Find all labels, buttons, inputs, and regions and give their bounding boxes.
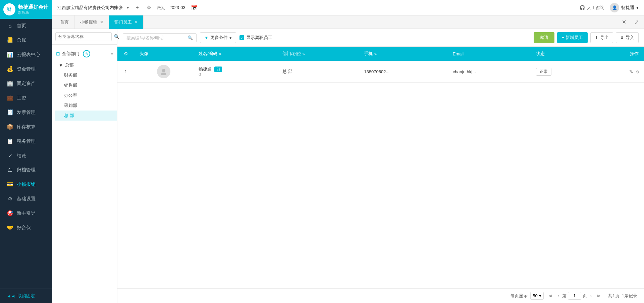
export-button[interactable]: ⬆ 导出: [590, 32, 613, 43]
user-dropdown-icon: ▾: [636, 5, 639, 10]
sidebar-item-label: 基础设置: [17, 196, 36, 202]
dept-search-area: 🔍: [52, 29, 117, 45]
checkbox-icon: ✓: [239, 35, 244, 40]
dept-group-root: ▼ 总部 财务部 销售部 办公室 采购部: [52, 60, 117, 121]
table-row: 1: [117, 61, 644, 83]
invoice-icon: 🧾: [7, 109, 13, 116]
period-value: 2023-03: [169, 5, 185, 10]
dept-child-finance[interactable]: 财务部: [55, 70, 117, 80]
close-window-button[interactable]: ✕: [619, 17, 629, 27]
col-name[interactable]: 姓名/编码 ⇅: [193, 47, 277, 61]
sort-name-icon: ⇅: [219, 52, 221, 56]
prev-page-button[interactable]: ‹: [555, 292, 561, 299]
sidebar-item-label: 新手引导: [17, 210, 36, 216]
sidebar-item-tax[interactable]: 📋 税务管理: [0, 134, 52, 148]
import-button[interactable]: ⬇ 导入: [616, 32, 639, 43]
sidebar-item-xiaochang[interactable]: 💳 小畅报销: [0, 177, 52, 191]
show-resigned-checkbox[interactable]: ✓ 显示离职员工: [239, 35, 272, 41]
dept-edit-button[interactable]: ✎: [83, 50, 90, 57]
pagination-bar: 每页显示 50 ▾ ⊲ ‹ 第 页 › ⊳ 共1页, 1条记录: [117, 288, 644, 303]
unpin-button[interactable]: ◄◄ 取消固定: [0, 289, 52, 303]
sidebar-item-home[interactable]: ⌂ 首页: [0, 19, 52, 33]
sidebar-item-salary[interactable]: 💼 工资: [0, 91, 52, 105]
per-page-select[interactable]: 50 ▾: [530, 292, 543, 300]
headset-icon: 🎧: [580, 5, 585, 10]
calendar-icon[interactable]: 📅: [190, 3, 199, 12]
logout-employee-button[interactable]: ⎋: [636, 69, 639, 74]
sidebar-item-ledger[interactable]: 📒 总账: [0, 33, 52, 47]
settings-button[interactable]: ⚙: [145, 3, 153, 12]
sidebar-item-label: 好合伙: [17, 225, 31, 231]
sidebar-item-label: 小畅报销: [17, 181, 36, 187]
sidebar-item-fixed-assets[interactable]: 🏢 固定资产: [0, 76, 52, 91]
dept-child-purchase[interactable]: 采购部: [55, 100, 117, 111]
sidebar-item-label: 固定资产: [17, 81, 36, 87]
page-label: 第: [562, 293, 567, 299]
all-dept-item[interactable]: ⊞ 全部部门 ✎ «: [52, 47, 117, 60]
sidebar-item-funds[interactable]: 💰 资金管理: [0, 62, 52, 76]
col-dept[interactable]: 部门/职位 ⇅: [277, 47, 359, 61]
next-page-button[interactable]: ›: [588, 292, 594, 299]
row-status: 正常: [531, 61, 595, 83]
col-status: 状态: [531, 47, 595, 61]
collapse-icon[interactable]: «: [111, 51, 113, 56]
sidebar-item-label: 资金管理: [17, 66, 36, 72]
tab-xiaochang[interactable]: 小畅报销 ✕: [74, 15, 109, 29]
col-phone[interactable]: 手机 ⇅: [359, 47, 447, 61]
fixed-assets-icon: 🏢: [7, 80, 13, 87]
toolbar-right: 邀请 + 新增员工 ⬆ 导出 ⬇ 导入: [534, 32, 639, 43]
tab-home[interactable]: 首页: [55, 15, 74, 29]
dept-search-input[interactable]: [55, 32, 112, 41]
tab-dept-employee[interactable]: 部门员工 ✕: [109, 15, 144, 29]
add-employee-button[interactable]: + 新增员工: [557, 32, 588, 43]
page-nav: ⊲ ‹ 第 页 › ⊳: [546, 292, 603, 300]
period-label: 账期: [157, 5, 165, 11]
close-tab-xiaochang-button[interactable]: ✕: [100, 20, 103, 25]
search-icon[interactable]: 🔍: [187, 35, 193, 40]
sidebar-item-guide[interactable]: 🎯 新手引导: [0, 206, 52, 220]
top-bar: 江西服宝精品有限责任公司内账张 ▾ ＋ ⚙ 账期 2023-03 📅 🎧 人工咨…: [52, 0, 644, 15]
maximize-button[interactable]: ⤢: [632, 17, 641, 27]
sidebar-item-invoice[interactable]: 🧾 发票管理: [0, 105, 52, 120]
page-content: 🔍 ⊞ 全部部门 ✎ « ▼ 总部 财务部: [52, 29, 644, 303]
company-dropdown-button[interactable]: ▾: [127, 5, 129, 10]
dept-child-office[interactable]: 办公室: [55, 90, 117, 100]
edit-employee-button[interactable]: ✎: [629, 69, 633, 74]
sidebar-nav: ⌂ 首页 📒 总账 📊 云报表中心 💰 资金管理 🏢 固定资产 💼 工资 🧾 发…: [0, 19, 52, 289]
sidebar-item-archive[interactable]: 🗂 归档管理: [0, 163, 52, 177]
dept-parent-root[interactable]: ▼ 总部: [55, 60, 117, 70]
salary-icon: 💼: [7, 95, 13, 101]
service-button[interactable]: 🎧 人工咨询: [580, 5, 604, 11]
row-email: chanjethkj...: [447, 61, 531, 83]
close-tab-dept-button[interactable]: ✕: [135, 20, 138, 25]
sidebar-item-label: 总账: [17, 37, 26, 43]
invite-button[interactable]: 邀请: [534, 32, 554, 43]
dept-child-sales[interactable]: 销售部: [55, 80, 117, 90]
sidebar-item-settings[interactable]: ⚙ 基础设置: [0, 191, 52, 206]
add-tab-button[interactable]: ＋: [133, 3, 141, 12]
main-area: 江西服宝精品有限责任公司内账张 ▾ ＋ ⚙ 账期 2023-03 📅 🎧 人工咨…: [52, 0, 644, 303]
first-page-button[interactable]: ⊲: [546, 292, 554, 299]
more-filter-button[interactable]: ▼ 更多条件 ▾: [200, 32, 236, 43]
sidebar-item-checkout[interactable]: ✓ 结账: [0, 148, 52, 163]
left-panel: 🔍 ⊞ 全部部门 ✎ « ▼ 总部 财务部: [52, 29, 117, 303]
page-input[interactable]: [568, 292, 581, 300]
employee-code: 0: [199, 72, 272, 77]
filter-icon: ▼: [204, 35, 209, 40]
col-settings[interactable]: ⚙: [117, 47, 134, 61]
gear-icon[interactable]: ⚙: [124, 51, 128, 56]
employee-search-input[interactable]: [126, 35, 185, 40]
tab-xiaochang-label: 小畅报销: [80, 19, 97, 25]
filter-label: 更多条件: [210, 35, 228, 41]
dept-child-general[interactable]: 总 部: [55, 111, 117, 121]
user-menu[interactable]: 👤 畅捷通 ▾: [610, 3, 639, 12]
sidebar-item-inventory[interactable]: 📦 库存核算: [0, 120, 52, 134]
sidebar-item-cooperate[interactable]: 🤝 好合伙: [0, 220, 52, 235]
dept-child-label: 办公室: [64, 93, 77, 98]
employee-table-container: ⚙ 头像 姓名/编码 ⇅ 部门/职位 ⇅: [117, 47, 644, 288]
sidebar-item-reports[interactable]: 📊 云报表中心: [0, 47, 52, 62]
last-page-button[interactable]: ⊳: [595, 292, 603, 299]
row-dept: 总 部: [277, 61, 359, 83]
avatar: 👤: [610, 3, 619, 12]
dept-tree: ⊞ 全部部门 ✎ « ▼ 总部 财务部 销售部: [52, 45, 117, 303]
